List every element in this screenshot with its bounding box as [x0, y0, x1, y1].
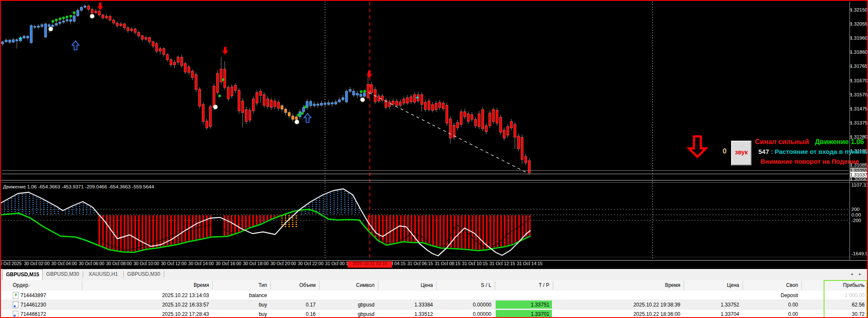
table-cell: buy: [214, 311, 267, 317]
deposit-icon: ⬆: [13, 292, 19, 299]
distance-text: : Растояние от входа в пунктах: [769, 148, 868, 155]
tab-scroll-arrows[interactable]: ◂ ▸: [851, 272, 864, 276]
table-cell: 62.56: [803, 302, 865, 308]
table-header-row: Ордер ∕ВремяТипОбъемСимволЦенаS / LT / P…: [1, 280, 867, 291]
indicator-level-label: 0.00: [851, 212, 861, 217]
table-cell: 2025.10.22 19:38:39: [554, 302, 680, 308]
indicator-name-label: Движение 1.06 -654.3663 -453.9371 -209.0…: [3, 184, 154, 189]
signal-strong-text: Синал сильный: [755, 138, 809, 145]
indicator-scale-min: -1649.90: [851, 251, 868, 256]
header-divider: [743, 281, 743, 290]
table-cell: 1.33512: [380, 311, 433, 317]
header-divider: [319, 281, 319, 290]
table-cell: 0.00: [744, 302, 798, 308]
signal-line-distance: 547 : Растояние от входа в пунктах: [758, 148, 868, 155]
price-scale-label: 1.31570: [850, 92, 868, 97]
table-row[interactable]: 7144612302025.10.22 16:33:57buy0.17gbpus…: [1, 300, 867, 309]
column-header[interactable]: Цена: [380, 282, 433, 288]
signal-dot-white: [213, 105, 218, 109]
table-cell: 2025.10.22 13:14:03: [84, 292, 209, 298]
column-header[interactable]: Своп: [744, 282, 798, 288]
time-axis-label: 31 Oct 00:15: [325, 261, 351, 266]
table-cell: 0.16: [272, 311, 316, 317]
column-header[interactable]: Прибыль: [803, 282, 865, 288]
header-divider: [801, 281, 802, 290]
time-axis-label: 30 Oct 06:00: [79, 261, 105, 266]
price-scale-label: 1.31765: [850, 64, 868, 69]
tab-gbpusd-m30[interactable]: GBPUSD,M30: [124, 269, 163, 280]
signal-dot-green: [73, 12, 75, 14]
header-divider: [553, 281, 553, 290]
time-axis-label: 30 Oct 20:00: [270, 261, 296, 266]
table-cell: 2025.10.22 17:28:43: [84, 311, 209, 317]
time-axis-label: 31 Oct 06:15: [407, 261, 433, 266]
time-axis-label: 30 Oct 10:00: [134, 261, 159, 266]
price-scale-label: 1.32055: [850, 21, 868, 26]
table-cell: 2025.10.22 18:36:00: [554, 311, 680, 317]
sell-arrow-icon: [366, 70, 372, 78]
column-header[interactable]: Тип: [214, 282, 267, 288]
column-header[interactable]: Время: [84, 282, 209, 288]
column-header[interactable]: Символ: [321, 282, 374, 288]
tab-xauusd-h1[interactable]: XAUUSD,H1: [84, 269, 123, 280]
column-header[interactable]: Цена: [685, 282, 739, 288]
signal-dot-green: [360, 90, 363, 93]
table-cell: 714461230: [20, 302, 46, 308]
time-axis-label: 30 Oct 04:00: [51, 261, 77, 266]
big-sell-arrow-icon: [689, 136, 706, 157]
indicator-scale-max: 1107.312: [851, 182, 868, 188]
column-header[interactable]: S / L: [438, 282, 491, 288]
column-header[interactable]: T / P: [496, 282, 549, 288]
price-scale-label: 1.31375: [850, 120, 868, 125]
price-scale-label: 1.31860: [850, 49, 868, 55]
table-cell: gbpusd: [321, 302, 374, 308]
signal-dot-green: [218, 95, 221, 97]
sell-arrow-icon: [222, 47, 228, 55]
buy-arrow-icon: [304, 113, 311, 122]
time-axis-label: 31 Oct 10:15: [462, 261, 488, 266]
signal-line-warning: Внимание поворот на Подение: [761, 158, 859, 165]
tab-gbpusd-m30[interactable]: GBPUSD,M30: [43, 269, 82, 280]
indicator-level-label: 200: [851, 207, 859, 212]
sound-button[interactable]: звук: [731, 141, 752, 165]
signal-dot-green: [62, 17, 65, 19]
tab-separator: [42, 271, 43, 278]
table-cell: 1 000.00: [803, 292, 865, 298]
signal-line-strength: Синал сильныйДвижение 1.06: [755, 138, 864, 146]
column-header-sort[interactable]: Ордер ∕: [13, 282, 30, 288]
table-cell: gbpusd: [321, 311, 374, 317]
column-header[interactable]: Время: [554, 282, 680, 288]
header-divider: [270, 281, 271, 290]
price-scale-label: 1.32150: [850, 7, 868, 12]
signal-dot-white: [360, 98, 365, 102]
table-row[interactable]: ⬆7144438972025.10.22 13:14:03balanceDepo…: [1, 291, 867, 300]
time-axis-label: 30 Oct 18:00: [243, 261, 269, 266]
signal-dot-green: [55, 19, 58, 21]
table-cell: 0.00: [744, 311, 798, 317]
time-axis-label: 30 Oct 22:00: [298, 261, 323, 266]
signal-dot-white: [49, 27, 53, 31]
tab-gbpusd-m15[interactable]: GBPUSD,M15: [3, 269, 43, 280]
time-axis-label: 31 Oct 12:15: [490, 261, 515, 266]
table-row[interactable]: 7144661722025.10.22 17:28:43buy0.16gbpus…: [1, 309, 867, 318]
price-chart-canvas[interactable]: 1.321501.320551.319601.318601.317651.316…: [1, 1, 868, 269]
movement-value-text: Движение 1.06: [815, 138, 864, 145]
signal-dot-green: [304, 106, 307, 108]
oscillator-histogram: [1, 191, 530, 252]
signal-dot-green: [70, 15, 72, 17]
mt4-chart-window: 1.321501.320551.319601.318601.317651.316…: [0, 0, 868, 318]
time-axis-label: 30 Oct 2025: [1, 261, 22, 266]
tab-separator: [164, 271, 164, 278]
column-header[interactable]: Объем: [272, 282, 316, 288]
time-axis-label: 31 Oct 08:15: [435, 261, 460, 266]
indicator-level-label: -200: [851, 218, 861, 223]
table-cell: 1.33704: [685, 311, 739, 317]
table-cell: 1.33384: [380, 302, 433, 308]
signal-dot-green: [66, 16, 68, 18]
orders-table: Ордер ∕ВремяТипОбъемСимволЦенаS / LT / P…: [1, 280, 867, 318]
table-cell: 714466172: [20, 311, 46, 317]
signal-dot-green: [363, 90, 366, 93]
time-axis-label: 31 Oct 14:15: [517, 261, 543, 266]
header-divider: [82, 281, 82, 290]
table-cell: 1.33751: [496, 302, 549, 308]
